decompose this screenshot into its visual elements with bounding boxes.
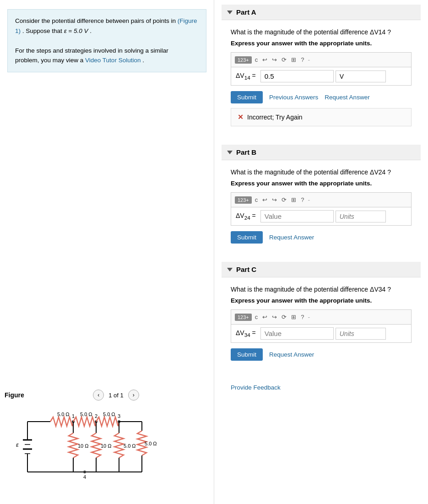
part-c-label: ΔV34 =: [236, 329, 256, 338]
part-c-collapse-icon[interactable]: [227, 268, 233, 271]
part-a-value-input[interactable]: [260, 70, 334, 82]
part-a-undo-icon[interactable]: ↩: [261, 55, 269, 64]
part-a-section: Part A What is the magnitude of the pote…: [222, 5, 421, 135]
svg-text:2: 2: [95, 413, 98, 419]
part-b-section: Part B What is the magnitude of the pote…: [222, 145, 421, 253]
part-c-answer-row: ΔV34 =: [231, 324, 412, 343]
part-b-label: ΔV24 =: [236, 212, 256, 221]
part-b-header: Part B: [222, 145, 421, 160]
part-a-help-icon[interactable]: ?: [299, 55, 305, 64]
emf-value: ε = 5.0 V: [64, 27, 88, 34]
part-b-help-icon[interactable]: ?: [299, 195, 305, 204]
part-b-sep: -: [308, 196, 310, 204]
part-c-redo-icon[interactable]: ↪: [271, 313, 278, 321]
part-a-refresh-icon[interactable]: ⟳: [280, 55, 288, 64]
part-a-express: Express your answer with the appropriate…: [231, 40, 412, 47]
part-c-grid-icon[interactable]: ⊞: [290, 313, 298, 321]
part-c-request-answer-link[interactable]: Request Answer: [269, 351, 314, 358]
part-c-sep: -: [308, 314, 310, 321]
part-a-answer-row: ΔV14 =: [231, 67, 412, 86]
svg-text:10 Ω: 10 Ω: [101, 443, 112, 449]
feedback-area: Provide Feedback: [222, 379, 421, 396]
part-b-answer-row: ΔV24 =: [231, 207, 412, 226]
part-c-header: Part C: [222, 262, 421, 277]
part-b-toolbar: 123+ c ↩ ↪ ⟳ ⊞ ? -: [231, 192, 412, 207]
part-c-undo-icon[interactable]: ↩: [261, 313, 269, 321]
part-b-content: What is the magnitude of the potential d…: [222, 168, 421, 253]
part-a-header: Part A: [222, 5, 421, 20]
svg-text:1: 1: [72, 413, 75, 419]
circuit-diagram: ε 5.0 Ω 1 5.0 Ω 2 5.0 Ω 3: [14, 403, 209, 490]
svg-point-22: [83, 471, 86, 473]
part-a-grid-icon[interactable]: ⊞: [290, 55, 298, 64]
part-b-grid-icon[interactable]: ⊞: [290, 195, 298, 204]
figure-nav: ‹ 1 of 1 ›: [23, 390, 209, 401]
part-b-value-input[interactable]: [260, 210, 334, 222]
figure-count: 1 of 1: [108, 392, 124, 399]
part-c-toolbar: 123+ c ↩ ↪ ⟳ ⊞ ? -: [231, 309, 412, 324]
part-a-collapse-icon[interactable]: [227, 11, 233, 14]
part-a-prev-answers-link[interactable]: Previous Answers: [269, 94, 318, 101]
part-b-express: Express your answer with the appropriate…: [231, 180, 412, 187]
part-b-collapse-icon[interactable]: [227, 151, 233, 154]
problem-box: Consider the potential difference betwee…: [7, 9, 206, 72]
part-c-value-input[interactable]: [260, 327, 334, 340]
svg-text:3: 3: [118, 413, 120, 419]
part-c-title: Part C: [236, 266, 256, 273]
svg-text:5.0 Ω: 5.0 Ω: [57, 412, 70, 417]
provide-feedback-link[interactable]: Provide Feedback: [231, 384, 281, 391]
part-c-toolbar-c[interactable]: c: [254, 313, 260, 321]
figure-label: Figure: [5, 391, 24, 399]
part-b-submit-btn[interactable]: Submit: [231, 231, 263, 244]
next-figure-btn[interactable]: ›: [128, 390, 139, 401]
problem-text-2: For the steps and strategies involved in…: [15, 46, 199, 65]
incorrect-text: Incorrect; Try Again: [247, 114, 303, 121]
part-b-toolbar-c[interactable]: c: [254, 195, 260, 204]
part-b-submit-row: Submit Request Answer: [231, 231, 412, 244]
svg-text:4: 4: [83, 474, 86, 480]
svg-text:5.0 Ω: 5.0 Ω: [124, 443, 136, 449]
part-b-question: What is the magnitude of the potential d…: [231, 168, 412, 177]
part-c-submit-row: Submit Request Answer: [231, 348, 412, 361]
part-a-sep: -: [308, 56, 310, 64]
part-c-123-btn[interactable]: 123+: [235, 314, 252, 321]
prev-figure-btn[interactable]: ‹: [93, 390, 104, 401]
problem-text-1: Consider the potential difference betwee…: [15, 16, 199, 36]
part-a-label: ΔV14 =: [236, 72, 256, 81]
part-c-content: What is the magnitude of the potential d…: [222, 285, 421, 370]
part-b-redo-icon[interactable]: ↪: [271, 195, 278, 204]
part-a-title: Part A: [236, 8, 256, 16]
part-a-toolbar-c[interactable]: c: [254, 55, 260, 64]
part-c-section: Part C What is the magnitude of the pote…: [222, 262, 421, 370]
svg-text:5.0 Ω: 5.0 Ω: [80, 412, 92, 417]
part-b-title: Part B: [236, 148, 256, 156]
part-a-redo-icon[interactable]: ↪: [271, 55, 278, 64]
part-c-express: Express your answer with the appropriate…: [231, 297, 412, 304]
part-b-units-input[interactable]: [336, 211, 386, 222]
part-a-123-btn[interactable]: 123+: [235, 56, 252, 64]
right-panel: Part A What is the magnitude of the pote…: [214, 0, 428, 504]
part-a-toolbar: 123+ c ↩ ↪ ⟳ ⊞ ? -: [231, 52, 412, 67]
part-b-undo-icon[interactable]: ↩: [261, 195, 269, 204]
part-b-refresh-icon[interactable]: ⟳: [280, 195, 288, 204]
part-c-help-icon[interactable]: ?: [299, 313, 305, 321]
svg-text:ε: ε: [16, 441, 19, 448]
svg-text:5.0 Ω: 5.0 Ω: [145, 441, 157, 446]
part-c-question: What is the magnitude of the potential d…: [231, 285, 412, 294]
part-c-refresh-icon[interactable]: ⟳: [280, 313, 288, 321]
part-a-submit-btn[interactable]: Submit: [231, 91, 263, 103]
part-b-request-answer-link[interactable]: Request Answer: [269, 234, 314, 241]
part-c-units-input[interactable]: [336, 328, 386, 340]
part-c-submit-btn[interactable]: Submit: [231, 348, 263, 361]
part-a-content: What is the magnitude of the potential d…: [222, 27, 421, 135]
svg-text:10 Ω: 10 Ω: [78, 443, 89, 449]
left-panel: Consider the potential difference betwee…: [0, 0, 214, 504]
video-tutor-link[interactable]: Video Tutor Solution: [85, 57, 141, 64]
part-a-question: What is the magnitude of the potential d…: [231, 27, 412, 37]
part-b-123-btn[interactable]: 123+: [235, 196, 252, 204]
incorrect-x-icon: ✕: [238, 113, 244, 121]
part-a-request-answer-link[interactable]: Request Answer: [325, 94, 369, 101]
part-a-units-input[interactable]: [336, 70, 386, 82]
part-a-incorrect-box: ✕ Incorrect; Try Again: [231, 108, 412, 126]
part-a-submit-row: Submit Previous Answers Request Answer: [231, 91, 412, 103]
